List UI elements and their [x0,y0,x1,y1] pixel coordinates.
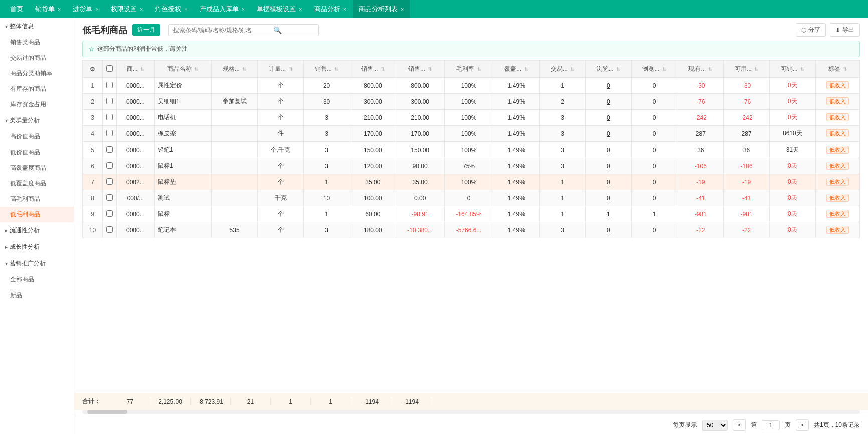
row-name[interactable]: 测试 [154,190,211,206]
col-gross-margin[interactable]: 毛利率 ⇅ [444,61,493,78]
nav-template[interactable]: 单据模板设置 × [251,0,308,18]
nav-close-permissions[interactable]: × [140,6,143,12]
nav-permissions[interactable]: 权限设置 × [105,0,149,18]
row-name[interactable]: 电话机 [154,110,211,126]
sidebar-item-low-margin[interactable]: 低毛利商品 [0,207,74,222]
row-name[interactable]: 橡皮擦 [154,126,211,142]
row-name[interactable]: 笔记本 [154,222,211,238]
row-checkbox[interactable] [106,98,113,104]
row-views1[interactable]: 0 [585,126,631,142]
search-icon[interactable]: 🔍 [273,26,282,34]
export-button[interactable]: ⬇ 导出 [830,23,860,37]
sidebar-item-traded-products[interactable]: 交易过的商品 [0,50,74,66]
col-views2[interactable]: 浏览... ⇅ [631,61,677,78]
sidebar-item-new-products[interactable]: 新品 [0,287,74,303]
col-name[interactable]: 商品名称 ⇅ [154,61,211,78]
sidebar-item-low-coverage[interactable]: 低覆盖度商品 [0,176,74,191]
nav-close-sales[interactable]: × [58,6,61,12]
scrollbar-thumb[interactable] [87,410,127,414]
row-name[interactable]: 鼠标1 [154,158,211,174]
row-views1[interactable]: 1 [585,206,631,222]
row-checkbox[interactable] [106,194,113,201]
per-page-select[interactable]: 50 100 200 [702,420,728,431]
nav-close-purchase[interactable]: × [95,6,98,12]
row-views1[interactable]: 0 [585,94,631,110]
nav-product-analysis[interactable]: 商品分析 × [308,0,353,18]
col-sales-price[interactable]: 销售... ⇅ [350,61,396,78]
row-checkbox[interactable] [106,82,113,88]
nav-close-product-analysis-list[interactable]: × [401,6,404,12]
nav-product-analysis-list[interactable]: 商品分析列表 × [353,0,410,18]
row-checkbox[interactable] [106,210,113,217]
row-views1[interactable]: 0 [585,222,631,238]
col-tag[interactable]: 标签 ⇅ [815,61,859,78]
col-coverage[interactable]: 覆盖... ⇅ [493,61,540,78]
row-name[interactable]: 属性定价 [154,78,211,94]
row-views1[interactable]: 0 [585,78,631,94]
col-current-stock[interactable]: 现有... ⇅ [677,61,724,78]
row-current-stock: -30 [677,78,724,94]
col-trade[interactable]: 交易... ⇅ [540,61,586,78]
nav-close-template[interactable]: × [299,6,302,12]
row-sales-profit: 170.00 [396,126,444,142]
sidebar-section-overall[interactable]: ▾ 整体信息 [0,18,74,35]
page-number-input[interactable] [762,420,780,430]
row-views1[interactable]: 0 [585,174,631,190]
sidebar-item-stock-products[interactable]: 有库存的商品 [0,81,74,97]
nav-product-entry[interactable]: 产成品入库单 × [194,0,251,18]
select-all-checkbox[interactable] [106,65,113,72]
col-sales-qty[interactable]: 销售... ⇅ [304,61,350,78]
col-unit[interactable]: 计量... ⇅ [258,61,304,78]
sidebar-item-high-value[interactable]: 高价值商品 [0,129,74,144]
row-sales-qty: 1 [304,174,350,190]
row-views1[interactable]: 0 [585,190,631,206]
col-checkbox[interactable] [103,61,117,78]
row-name[interactable]: 铅笔1 [154,142,211,158]
col-sellable[interactable]: 可销... ⇅ [769,61,815,78]
row-checkbox[interactable] [106,178,113,185]
horizontal-scrollbar[interactable] [82,410,860,414]
col-code[interactable]: 商... ⇅ [117,61,155,78]
row-checkbox[interactable] [106,114,113,120]
nav-roles[interactable]: 角色授权 × [149,0,193,18]
nav-sales[interactable]: 销货单 × [29,0,67,18]
row-views1[interactable]: 0 [585,142,631,158]
row-views2: 0 [631,174,677,190]
row-name[interactable]: 吴细细1 [154,94,211,110]
search-input[interactable] [173,27,273,34]
nav-purchase[interactable]: 进货单 × [67,0,104,18]
nav-close-product-entry[interactable]: × [242,6,245,12]
row-views1[interactable]: 0 [585,158,631,174]
sidebar-section-cluster[interactable]: ▾ 类群量分析 [0,112,74,129]
row-checkbox[interactable] [106,226,113,233]
sidebar-item-category-rate[interactable]: 商品分类助销率 [0,66,74,81]
sidebar-section-marketing[interactable]: ▾ 营销推广分析 [0,255,74,272]
sidebar-item-high-coverage[interactable]: 高覆盖度商品 [0,160,74,176]
row-checkbox[interactable] [106,130,113,136]
time-filter-button[interactable]: 近一月 [132,24,160,36]
row-views1[interactable]: 0 [585,110,631,126]
nav-close-roles[interactable]: × [184,6,187,12]
nav-home[interactable]: 首页 [4,0,29,18]
next-page-button[interactable]: ＞ [796,419,809,431]
share-button[interactable]: ⬡ 分享 [796,23,826,37]
row-checkbox[interactable] [106,162,113,169]
col-sales-profit[interactable]: 销售... ⇅ [396,61,444,78]
prev-page-button[interactable]: ＜ [733,419,746,431]
sidebar-item-high-margin[interactable]: 高毛利商品 [0,191,74,207]
nav-close-product-analysis[interactable]: × [343,6,346,12]
row-sales-profit: 35.00 [396,174,444,190]
row-checkbox[interactable] [106,146,113,153]
row-name[interactable]: 鼠标垫 [154,174,211,190]
sidebar-section-growth[interactable]: ▸ 成长性分析 [0,239,74,255]
sidebar-item-all-products[interactable]: 全部商品 [0,272,74,287]
sidebar-section-circulation[interactable]: ▸ 流通性分析 [0,222,74,239]
col-available[interactable]: 可用... ⇅ [724,61,770,78]
row-name[interactable]: 鼠标 [154,206,211,222]
col-settings[interactable]: ⚙ [83,61,103,78]
sidebar-item-low-value[interactable]: 低价值商品 [0,144,74,160]
sidebar-item-stock-capital[interactable]: 库存资金占用 [0,97,74,112]
col-views1[interactable]: 浏览... ⇅ [585,61,631,78]
sidebar-item-sales-products[interactable]: 销售类商品 [0,35,74,50]
col-spec[interactable]: 规格... ⇅ [211,61,258,78]
